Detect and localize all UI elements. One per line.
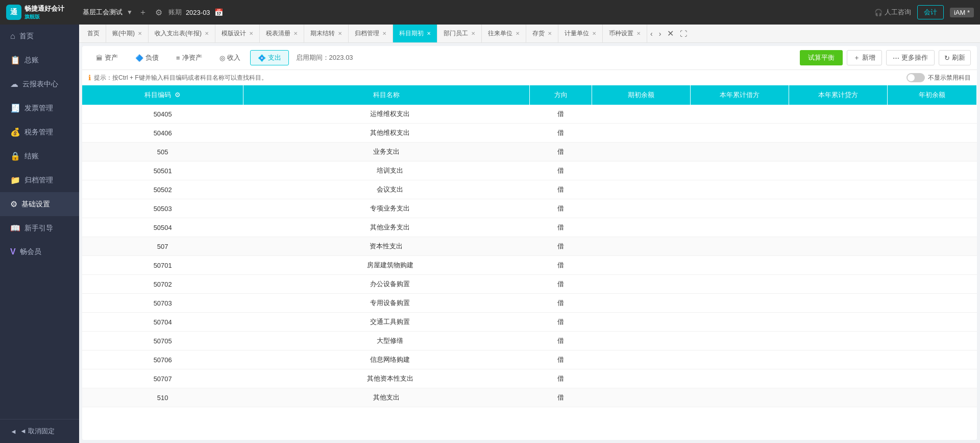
cell-debit[interactable] [691, 275, 789, 294]
tab-close-counterpart[interactable]: ✕ [516, 31, 520, 36]
company-dropdown-icon[interactable]: ▼ [127, 9, 133, 16]
cell-debit[interactable] [691, 351, 789, 369]
sidebar-item-invoice[interactable]: 🧾 发票管理 [0, 96, 79, 120]
filter-tab-expense[interactable]: 💠 支出 [250, 50, 289, 65]
filter-tab-income[interactable]: ◎ 收入 [212, 50, 248, 65]
tab-tax-list[interactable]: 税表清册 ✕ [260, 25, 304, 43]
cell-balance[interactable] [592, 124, 691, 143]
account-type-button[interactable]: 会计 [917, 5, 944, 19]
cell-year-balance[interactable] [887, 237, 976, 256]
cell-year-balance[interactable] [887, 275, 976, 294]
cell-debit[interactable] [691, 313, 789, 332]
table-row[interactable]: 50704 交通工具购置 借 [82, 313, 977, 332]
calc-balance-button[interactable]: 试算平衡 [800, 50, 843, 65]
sidebar-item-archive[interactable]: 📁 归档管理 [0, 168, 79, 192]
cell-credit[interactable] [789, 256, 887, 275]
table-row[interactable]: 50501 培训支出 借 [82, 161, 977, 180]
tab-close-account-period[interactable]: ✕ [427, 31, 431, 36]
cell-credit[interactable] [789, 199, 887, 218]
cell-credit[interactable] [789, 275, 887, 294]
table-row[interactable]: 50502 会议支出 借 [82, 180, 977, 199]
table-row[interactable]: 50702 办公设备购置 借 [82, 275, 977, 294]
cell-balance[interactable] [592, 275, 691, 294]
cell-debit[interactable] [691, 161, 789, 180]
cell-balance[interactable] [592, 218, 691, 237]
table-row[interactable]: 50706 信息网络购建 借 [82, 351, 977, 369]
cell-debit[interactable] [691, 256, 789, 275]
cell-balance[interactable] [592, 294, 691, 313]
cell-year-balance[interactable] [887, 161, 976, 180]
cell-balance[interactable] [592, 161, 691, 180]
calendar-icon[interactable]: 📅 [214, 8, 223, 16]
sidebar-item-member[interactable]: V 畅会员 [0, 240, 79, 264]
tab-home[interactable]: 首页 [81, 25, 106, 43]
sidebar-item-settings[interactable]: ⚙ 基础设置 [0, 192, 79, 216]
cell-year-balance[interactable] [887, 218, 976, 237]
settings-icon-col[interactable]: ⚙ [175, 91, 181, 99]
tab-close-annual-report[interactable]: ✕ [205, 31, 209, 36]
cell-year-balance[interactable] [887, 388, 976, 407]
tab-account-period[interactable]: 科目期初 ✕ [393, 25, 437, 43]
cell-balance[interactable] [592, 369, 691, 388]
tab-close-mid-period[interactable]: ✕ [138, 31, 142, 36]
table-row[interactable]: 50705 大型修缮 借 [82, 332, 977, 351]
cell-year-balance[interactable] [887, 294, 976, 313]
tab-dept-staff[interactable]: 部门员工 ✕ [437, 25, 482, 43]
tab-close-inventory[interactable]: ✕ [548, 31, 552, 36]
sidebar-item-tax[interactable]: 💰 税务管理 [0, 120, 79, 144]
table-row[interactable]: 50503 专项业务支出 借 [82, 199, 977, 218]
tab-counterpart[interactable]: 往来单位 ✕ [482, 25, 526, 43]
sidebar-collapse-button[interactable]: ◄ ◄ 取消固定 [0, 419, 79, 443]
cell-balance[interactable] [592, 388, 691, 407]
cell-balance[interactable] [592, 256, 691, 275]
sidebar-item-general-ledger[interactable]: 📋 总账 [0, 48, 79, 72]
table-row[interactable]: 50701 房屋建筑物购建 借 [82, 256, 977, 275]
tab-period-end[interactable]: 期末结转 ✕ [304, 25, 349, 43]
cell-balance[interactable] [592, 313, 691, 332]
tab-unit[interactable]: 计量单位 ✕ [558, 25, 603, 43]
cell-balance[interactable] [592, 180, 691, 199]
cell-credit[interactable] [789, 237, 887, 256]
refresh-button[interactable]: ↻ 刷新 [939, 50, 971, 65]
cell-debit[interactable] [691, 332, 789, 351]
cell-debit[interactable] [691, 105, 789, 124]
tab-inventory[interactable]: 存货 ✕ [526, 25, 558, 43]
filter-tab-asset[interactable]: 🏛 资产 [88, 50, 126, 65]
tab-close-all-button[interactable]: ✕ [664, 29, 677, 38]
sidebar-item-guide[interactable]: 📖 新手引导 [0, 216, 79, 240]
cell-debit[interactable] [691, 294, 789, 313]
add-button[interactable]: ＋ 新增 [847, 50, 882, 65]
cell-debit[interactable] [691, 237, 789, 256]
cell-year-balance[interactable] [887, 143, 976, 161]
sidebar-item-home[interactable]: ⌂ 首页 [0, 25, 79, 48]
tab-template[interactable]: 模版设计 ✕ [215, 25, 260, 43]
tab-close-archive-mgmt[interactable]: ✕ [382, 31, 386, 36]
ai-consult-button[interactable]: 🎧 人工咨询 [874, 8, 911, 17]
filter-tab-liability[interactable]: 🔷 负债 [128, 50, 166, 65]
cell-balance[interactable] [592, 143, 691, 161]
cell-year-balance[interactable] [887, 369, 976, 388]
cell-balance[interactable] [592, 237, 691, 256]
tab-close-dept-staff[interactable]: ✕ [471, 31, 475, 36]
settings-icon[interactable]: ⚙ [153, 8, 164, 17]
tab-close-currency[interactable]: ✕ [636, 31, 641, 36]
add-tab-button[interactable]: ＋ [137, 7, 149, 18]
tab-currency[interactable]: 币种设置 ✕ [603, 25, 647, 43]
tab-next-button[interactable]: › [656, 25, 665, 43]
cell-year-balance[interactable] [887, 124, 976, 143]
cell-credit[interactable] [789, 369, 887, 388]
cell-year-balance[interactable] [887, 199, 976, 218]
filter-tab-net-asset[interactable]: ≡ 净资产 [168, 50, 210, 65]
cell-year-balance[interactable] [887, 256, 976, 275]
tab-close-period-end[interactable]: ✕ [338, 31, 342, 36]
table-row[interactable]: 50504 其他业务支出 借 [82, 218, 977, 237]
cell-credit[interactable] [789, 105, 887, 124]
tab-annual-report[interactable]: 收入支出表(年报) ✕ [149, 25, 215, 43]
cell-debit[interactable] [691, 124, 789, 143]
cell-debit[interactable] [691, 388, 789, 407]
cell-year-balance[interactable] [887, 313, 976, 332]
cell-year-balance[interactable] [887, 180, 976, 199]
tab-close-unit[interactable]: ✕ [592, 31, 596, 36]
cell-credit[interactable] [789, 294, 887, 313]
cell-debit[interactable] [691, 199, 789, 218]
